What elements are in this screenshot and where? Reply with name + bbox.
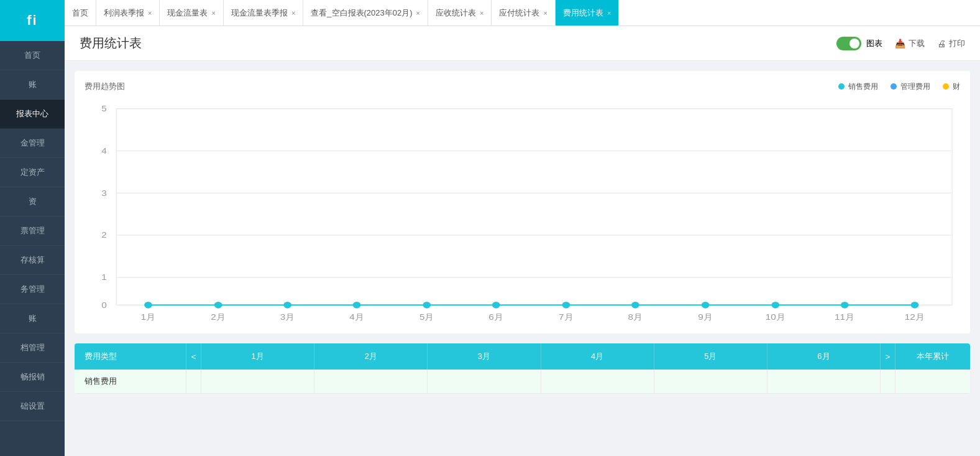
data-point-6: [492, 302, 500, 309]
print-button[interactable]: 🖨 打印: [937, 38, 965, 49]
chart-card: 费用趋势图 销售费用 管理费用 财: [75, 71, 970, 333]
tab-blank-report[interactable]: 查看_空白报表(2023年02月) ×: [303, 0, 428, 26]
svg-text:2: 2: [101, 231, 107, 240]
tab-bar: 首页 利润表季报 × 现金流量表 × 现金流量表季报 × 查看_空白报表(202…: [65, 0, 980, 26]
svg-text:5: 5: [101, 104, 107, 113]
sidebar-logo: fi: [0, 0, 65, 41]
chart-toggle[interactable]: [836, 37, 861, 50]
sidebar-item-archive[interactable]: 档管理: [0, 333, 65, 363]
data-point-4: [353, 302, 361, 309]
legend-finance: 财: [943, 81, 960, 92]
data-point-9: [702, 302, 710, 309]
data-point-3: [283, 302, 291, 309]
td-val-1-6: [767, 370, 881, 393]
tab-profit-quarter[interactable]: 利润表季报 ×: [96, 0, 160, 26]
td-nav-prev: [186, 370, 201, 393]
th-month-3: 3月: [428, 343, 541, 370]
td-val-1-5: [654, 370, 767, 393]
sidebar-item-investment[interactable]: 资: [0, 187, 65, 216]
sidebar-item-settings[interactable]: 础设置: [0, 392, 65, 421]
chart-header: 费用趋势图 销售费用 管理费用 财: [85, 81, 960, 92]
th-next-button[interactable]: >: [881, 343, 895, 370]
svg-text:3: 3: [101, 188, 107, 197]
svg-text:9月: 9月: [698, 312, 713, 321]
chart-svg: 5 4 3 2 1 0 1月 2月: [85, 100, 960, 323]
svg-text:3月: 3月: [280, 312, 295, 321]
data-point-11: [841, 302, 849, 309]
svg-text:1: 1: [101, 272, 107, 281]
tab-expense-stat[interactable]: 费用统计表 ×: [556, 0, 619, 26]
tab-close-blank-report[interactable]: ×: [416, 9, 420, 17]
sidebar-item-invoice[interactable]: 票管理: [0, 216, 65, 246]
tab-close-cashflow[interactable]: ×: [211, 9, 215, 17]
tab-close-profit-quarter[interactable]: ×: [148, 9, 152, 17]
chart-toggle-wrap: 图表: [836, 37, 882, 50]
td-val-1-3: [428, 370, 541, 393]
td-type-1: 销售费用: [75, 370, 186, 393]
svg-text:8月: 8月: [628, 312, 643, 321]
download-button[interactable]: 📥 下载: [895, 38, 925, 49]
print-icon: 🖨: [937, 39, 946, 49]
chart-title: 费用趋势图: [85, 81, 125, 92]
sidebar-item-payable[interactable]: 账: [0, 304, 65, 333]
legend-dot-sales: [838, 83, 845, 90]
tab-home[interactable]: 首页: [65, 0, 96, 26]
data-point-7: [562, 302, 570, 309]
svg-text:4: 4: [101, 146, 107, 155]
sidebar-item-report-center[interactable]: 报表中心: [0, 100, 65, 129]
td-total-1: [895, 370, 970, 393]
sidebar: fi 首页 账 报表中心 金管理 定资产 资 票管理 存核算 务管理 账 档管理…: [0, 0, 65, 456]
tab-cashflow[interactable]: 现金流量表 ×: [160, 0, 223, 26]
legend-admin: 管理费用: [891, 81, 930, 92]
th-month-4: 4月: [541, 343, 654, 370]
sidebar-item-fixed-assets[interactable]: 定资产: [0, 158, 65, 187]
table-header-row: 费用类型 < 1月 2月 3月 4月 5月 6月 > 本年累计: [75, 343, 970, 370]
th-total: 本年累计: [895, 343, 970, 370]
sidebar-item-fund[interactable]: 金管理: [0, 129, 65, 158]
sidebar-item-account[interactable]: 账: [0, 70, 65, 100]
header-actions: 图表 📥 下载 🖨 打印: [836, 37, 965, 50]
tab-close-expense-stat[interactable]: ×: [607, 9, 611, 17]
sidebar-item-service[interactable]: 务管理: [0, 275, 65, 304]
tab-payable-stat[interactable]: 应付统计表 ×: [492, 0, 555, 26]
tab-close-payable-stat[interactable]: ×: [543, 9, 547, 17]
tab-close-cashflow-quarter[interactable]: ×: [291, 9, 295, 17]
sidebar-item-home[interactable]: 首页: [0, 41, 65, 70]
svg-text:0: 0: [101, 300, 107, 309]
page-title: 费用统计表: [80, 35, 142, 52]
chart-legend: 销售费用 管理费用 财: [838, 81, 960, 92]
table-data-row-1: 销售费用: [75, 370, 970, 394]
svg-text:6月: 6月: [488, 312, 503, 321]
th-prev-button[interactable]: <: [186, 343, 201, 370]
svg-text:7月: 7月: [559, 312, 574, 321]
main-area: 首页 利润表季报 × 现金流量表 × 现金流量表季报 × 查看_空白报表(202…: [65, 0, 980, 456]
th-month-1: 1月: [201, 343, 314, 370]
download-icon: 📥: [895, 39, 905, 49]
svg-text:2月: 2月: [211, 312, 226, 321]
th-month-6: 6月: [767, 343, 881, 370]
chart-area: 5 4 3 2 1 0 1月 2月: [85, 100, 960, 323]
content-area: 费用趋势图 销售费用 管理费用 财: [65, 61, 980, 456]
th-month-5: 5月: [654, 343, 767, 370]
sidebar-item-write-off[interactable]: 畅报销: [0, 363, 65, 392]
legend-sales: 销售费用: [838, 81, 878, 92]
svg-rect-12: [116, 109, 952, 305]
tab-receivable[interactable]: 应收统计表 ×: [428, 0, 492, 26]
data-point-5: [423, 302, 431, 309]
data-point-10: [771, 302, 779, 309]
sidebar-item-inventory[interactable]: 存核算: [0, 246, 65, 275]
legend-dot-admin: [891, 83, 897, 90]
svg-text:1月: 1月: [141, 312, 156, 321]
data-point-2: [214, 302, 222, 309]
svg-text:5月: 5月: [419, 312, 434, 321]
td-val-1-1: [201, 370, 314, 393]
data-point-8: [631, 302, 639, 309]
data-point-12: [911, 302, 919, 309]
table-section: 费用类型 < 1月 2月 3月 4月 5月 6月 > 本年累计 销售费用: [75, 343, 970, 394]
svg-text:11月: 11月: [835, 312, 854, 321]
tab-close-receivable[interactable]: ×: [480, 9, 483, 17]
tab-cashflow-quarter[interactable]: 现金流量表季报 ×: [224, 0, 303, 26]
legend-dot-finance: [943, 83, 949, 90]
td-val-1-2: [314, 370, 428, 393]
svg-text:10月: 10月: [766, 312, 785, 321]
